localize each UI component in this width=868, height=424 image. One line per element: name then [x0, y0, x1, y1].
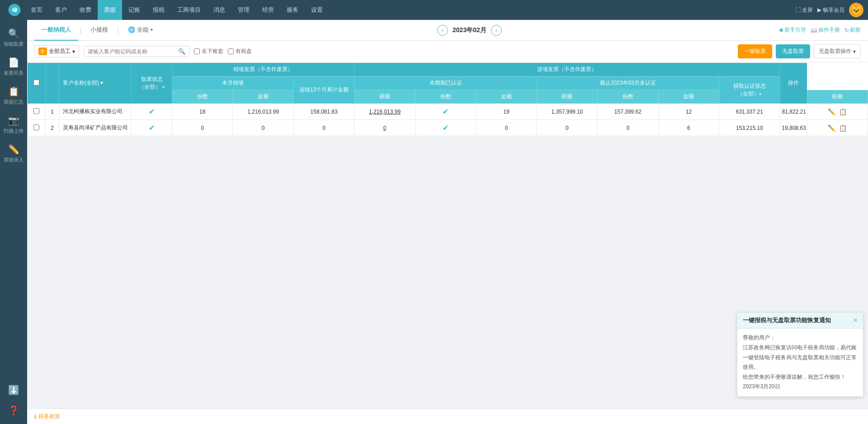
row1-checkbox-cell[interactable] [28, 104, 46, 120]
row1-sale-amount: 1,216,013.99 [233, 104, 293, 120]
table-container: 客户名称(全部) ▾ 取票状态（全部） ▾ 销项发票（不含作废票） 进项发票（不… [27, 62, 868, 136]
tab-general-taxpayer[interactable]: 一般纳税人 [34, 20, 78, 41]
edit-icon[interactable]: ✏️ [828, 108, 835, 115]
one-key-ticket-btn[interactable]: 一键取票 [738, 44, 772, 58]
12month-header: 连续12个月累计金额 [293, 76, 354, 104]
sidebar-item-invoice-summary[interactable]: 📋 票据汇总 [1, 82, 26, 109]
sidebar-item-smart-ticket[interactable]: 🔍 智能取票 [1, 24, 26, 51]
fullscreen-icon: ⛶ [795, 7, 801, 13]
sale-amount-header: 金额 [233, 90, 293, 104]
take-status-header[interactable]: 取票状态（全部） ▾ [132, 63, 172, 104]
nav-service[interactable]: 服务 [280, 0, 305, 20]
tax-disk-checkbox[interactable] [228, 48, 234, 54]
prev-month-btn[interactable]: ‹ [437, 25, 448, 36]
check-circle-icon: ✔ [149, 108, 155, 115]
notification-popup: 一键报税与无盘取票功能恢复通知 × 尊敬的用户： 江苏政务网已恢复访问电子税务局… [737, 312, 863, 397]
row1-12month[interactable]: 1,216,013.99 [354, 104, 415, 120]
row2-12month[interactable]: 0 [354, 120, 415, 136]
row1-cert-status: ✔ [415, 104, 476, 120]
book-icon: 📖 [811, 27, 817, 33]
nav-operation[interactable]: 经营 [256, 0, 280, 20]
nav-settings[interactable]: 设置 [305, 0, 329, 20]
employee-filter-select[interactable]: 全 全部员工 ▾ [34, 45, 79, 57]
manual-btn[interactable]: 📖 操作手册 [811, 26, 840, 34]
cert-status-header[interactable]: 获取认证状态（全部）▾ [719, 76, 780, 104]
refresh-icon: ↻ [844, 27, 849, 33]
tab-small-scale[interactable]: 小规模 [83, 20, 115, 41]
row2-checkbox[interactable] [33, 124, 39, 130]
sidebar-download-btn[interactable]: ⬇️ [1, 381, 26, 399]
row1-uncert-tax: 81,822.21 [780, 104, 807, 120]
beginner-guide-btn[interactable]: ✱ 新手引导 [779, 26, 806, 34]
globe-icon: 🌐 [128, 26, 135, 33]
account-checkbox-label[interactable]: 名下账套 [194, 48, 223, 55]
next-month-btn[interactable]: › [491, 25, 502, 36]
user-avatar[interactable]: 🐱 [849, 3, 863, 17]
row1-company[interactable]: 河北柯播栋实业有限公司 [59, 104, 132, 120]
nav-items: 首页 客户 收费 票据 记账 报税 工商项目 消息 管理 经营 服务 设置 [24, 0, 795, 20]
sidebar-help-btn[interactable]: ❓ [1, 401, 26, 419]
search-box: 🔍 [84, 46, 189, 57]
row2-uncert-tax: 19,808.63 [780, 120, 807, 136]
row2-company[interactable]: 灵寿县尚泽矿产品有限公司 [59, 120, 132, 136]
search-button[interactable]: 🔍 [175, 46, 189, 57]
action-header: 操作 [780, 63, 807, 104]
current-month: 2023年02月 [453, 26, 486, 34]
table-row: 2 灵寿县尚泽矿产品有限公司 ✔ 0 0 0 0 ✔ 0 0 0 6 153,2… [28, 120, 868, 136]
filter-icon-take-status[interactable]: ▾ [162, 85, 165, 90]
nav-home[interactable]: 首页 [24, 0, 49, 20]
nav-invoice[interactable]: 票据 [98, 0, 122, 20]
notification-header: 一键报税与无盘取票功能恢复通知 × [737, 313, 863, 329]
nav-customer[interactable]: 客户 [49, 0, 73, 20]
no-disk-ops-btn[interactable]: 无盘取票操作 ▾ [814, 44, 861, 58]
scan-upload-icon: 📷 [8, 115, 19, 126]
copy-icon[interactable]: 📋 [839, 108, 847, 115]
company-header[interactable]: 客户名称(全部) ▾ [59, 63, 132, 104]
select-all-checkbox[interactable] [33, 80, 39, 86]
sidebar-item-issue-invoice[interactable]: 📄 发票开具 [1, 53, 26, 80]
notification-close-btn[interactable]: × [854, 316, 858, 324]
index-header [46, 63, 59, 104]
account-checkbox[interactable] [194, 48, 200, 54]
refresh-btn[interactable]: ↻ 刷新 [844, 26, 861, 34]
tab-all[interactable]: 🌐 全能 ▾ [121, 20, 160, 41]
row1-checkbox[interactable] [33, 108, 39, 114]
edit-icon-2[interactable]: ✏️ [828, 124, 835, 132]
copy-icon-2[interactable]: 📋 [839, 124, 847, 132]
check-all-header[interactable] [28, 63, 46, 104]
nav-fee[interactable]: 收费 [73, 0, 98, 20]
sidebar-item-invoice-entry[interactable]: ✏️ 票据录入 [1, 140, 26, 167]
sidebar-bottom: ⬇️ ❓ [1, 381, 26, 424]
notification-content: 尊敬的用户： 江苏政务网已恢复访问电子税务局功能，易代账一键登陆电子税务局与无盘… [743, 334, 857, 390]
table-row: 1 河北柯播栋实业有限公司 ✔ 18 1,216,013.99 158,081.… [28, 104, 868, 120]
uncertified-header: 截止2023年03月未认证 [537, 76, 719, 90]
no-disk-ticket-btn[interactable]: 无盘取票 [776, 44, 810, 58]
nav-message[interactable]: 消息 [207, 0, 231, 20]
row1-cert-count: 19 [476, 104, 537, 120]
check-circle-icon-2: ✔ [443, 108, 448, 115]
row2-checkbox-cell[interactable] [28, 120, 46, 136]
play-icon: ▶ [817, 7, 821, 13]
search-input[interactable] [84, 47, 175, 57]
tax-policy-link[interactable]: ℹ 税务政策 [34, 413, 60, 420]
nav-commerce[interactable]: 工商项目 [171, 0, 207, 20]
fullscreen-btn[interactable]: ⛶ 全屏 [795, 6, 813, 14]
sidebar-item-scan-upload[interactable]: 📷 扫描上传 [1, 111, 26, 138]
filter-icon-cert[interactable]: ▾ [759, 91, 761, 96]
tab-divider-2: | [117, 27, 118, 33]
invoice-entry-icon: ✏️ [8, 144, 19, 155]
nav-management[interactable]: 管理 [231, 0, 256, 20]
dropdown-icon: ▾ [853, 48, 856, 55]
chevron-down-icon: ▾ [151, 27, 153, 32]
nav-tax[interactable]: 报税 [146, 0, 171, 20]
page-footer: ℹ 税务政策 [27, 409, 868, 424]
tax-disk-checkbox-label[interactable]: 有税盘 [228, 48, 252, 55]
row2-cert-status: ✔ [415, 120, 476, 136]
nav-bookkeeping[interactable]: 记账 [122, 0, 146, 20]
member-btn[interactable]: ▶ 畅享会员 [817, 6, 844, 14]
monthly-sale-header: 本月销项 [172, 76, 294, 90]
issue-invoice-icon: 📄 [8, 57, 19, 68]
row2-sale-amount: 0 [233, 120, 293, 136]
app-logo[interactable] [5, 0, 24, 20]
sale-invoice-group: 销项发票（不含作废票） [172, 63, 354, 76]
